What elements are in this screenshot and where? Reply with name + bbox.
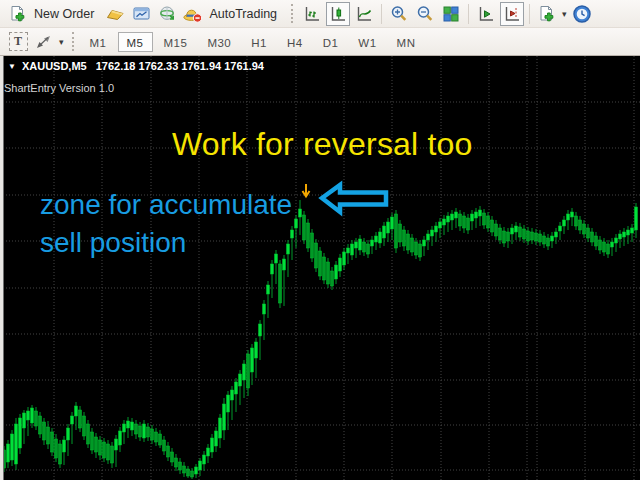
candle-body (591, 232, 594, 242)
timeframe-button-m1[interactable]: M1 (81, 32, 116, 52)
period-clock-button[interactable] (570, 2, 594, 26)
chart-header: ▼ XAUUSD,M5 1762.18 1762.33 1761.94 1761… (8, 60, 264, 72)
candle-body (311, 233, 314, 258)
annotation-blue-text[interactable]: zone for accumulate sell position (40, 186, 292, 262)
candle-body (419, 244, 422, 257)
candle-body (271, 264, 274, 274)
candle-body (507, 232, 510, 241)
candle-body (7, 444, 10, 462)
autotrading-button[interactable] (181, 2, 205, 26)
new-order-label[interactable]: New Order (34, 7, 94, 21)
candle-body (35, 411, 38, 426)
timeframe-button-m5[interactable]: M5 (118, 32, 153, 52)
candle-body (131, 422, 134, 430)
timeframe-button-m30[interactable]: M30 (198, 32, 240, 52)
candle-body (607, 244, 610, 254)
candle-body (331, 271, 334, 286)
candle-body (527, 231, 530, 241)
candle-body (259, 324, 262, 336)
candle-body (635, 207, 638, 230)
timeframe-button-group: M1M5M15M30H1H4D1W1MN (80, 32, 426, 52)
tile-windows-icon (442, 5, 460, 23)
candle-body (51, 432, 54, 452)
candle-body (595, 236, 598, 246)
candle-body (267, 285, 270, 294)
candle-body (411, 238, 414, 252)
candle-body (447, 216, 450, 222)
web-globe-button[interactable] (155, 2, 179, 26)
timeframe-button-mn[interactable]: MN (388, 32, 425, 52)
candle-body (387, 222, 390, 233)
autotrading-label[interactable]: AutoTrading (209, 7, 277, 21)
new-order-button[interactable] (6, 2, 30, 26)
candle-body (383, 226, 386, 238)
candle-body (299, 209, 302, 217)
candle-body (175, 458, 178, 467)
candle-body (339, 258, 342, 271)
candle-body (239, 374, 242, 386)
candlestick-chart[interactable] (0, 56, 640, 480)
symbol-dropdown-icon[interactable]: ▼ (8, 62, 16, 71)
candle-body (395, 214, 398, 248)
candle-body (111, 446, 114, 463)
candle-body (627, 230, 630, 235)
candle-body (119, 431, 122, 445)
new-chart-dropdown-caret[interactable]: ▾ (562, 9, 567, 19)
objects-dropdown-caret[interactable]: ▾ (59, 37, 64, 47)
candle-body (599, 240, 602, 250)
toolbar-drag-handle[interactable] (72, 32, 74, 51)
line-chart-button[interactable] (352, 2, 376, 26)
timeframe-button-d1[interactable]: D1 (314, 32, 348, 52)
arrow-objects-button[interactable] (32, 30, 56, 54)
candle-body (431, 230, 434, 236)
candle-body (499, 228, 502, 240)
candle-body (439, 222, 442, 228)
zoom-in-button[interactable] (387, 2, 411, 26)
candle-body (619, 234, 622, 239)
chart-ohlc-prices: 1762.18 1762.33 1761.94 1761.94 (96, 60, 264, 72)
bar-chart-button[interactable] (300, 2, 324, 26)
candle-body (583, 224, 586, 234)
candle-body (355, 242, 358, 248)
candle-body (27, 411, 30, 420)
chart-shift-icon (503, 5, 521, 23)
candle-body (263, 304, 266, 314)
candle-body (15, 424, 18, 464)
text-label-tool-icon: T (9, 32, 28, 51)
candle-body (371, 240, 374, 246)
text-label-tool-button[interactable]: T (6, 30, 30, 54)
timeframe-button-h4[interactable]: H4 (278, 32, 312, 52)
candle-body (251, 348, 254, 372)
timeframe-button-h1[interactable]: H1 (242, 32, 276, 52)
candle-body (547, 238, 550, 246)
candle-body (215, 431, 218, 446)
annotation-blue-line2: sell position (40, 224, 292, 262)
zoom-out-button[interactable] (413, 2, 437, 26)
tile-windows-button[interactable] (439, 2, 463, 26)
chart-shift-button[interactable] (500, 2, 524, 26)
candlestick-chart-button[interactable] (326, 2, 350, 26)
candle-body (279, 264, 282, 303)
candle-body (555, 232, 558, 237)
candle-body (307, 223, 310, 248)
candle-body (127, 421, 130, 428)
annotation-yellow-text[interactable]: Work for reversal too (172, 126, 473, 163)
candle-body (587, 228, 590, 238)
candle-body (183, 466, 186, 473)
timeframe-button-w1[interactable]: W1 (349, 32, 385, 52)
price-chart-area[interactable]: ▼ XAUUSD,M5 1762.18 1762.33 1761.94 1761… (0, 56, 640, 480)
new-chart-button[interactable] (535, 2, 559, 26)
gold-bar-button[interactable] (103, 2, 127, 26)
candle-body (367, 244, 370, 254)
timeframe-button-m15[interactable]: M15 (155, 32, 197, 52)
auto-scroll-button[interactable] (474, 2, 498, 26)
toolbar-drag-handle[interactable] (291, 4, 293, 23)
candle-body (235, 382, 238, 394)
market-window-button[interactable] (129, 2, 153, 26)
toolbar-separator (529, 4, 530, 24)
candle-body (223, 404, 226, 430)
candle-body (535, 233, 538, 241)
metatrader-window: { "toolbar_main": { "new_order_label": "… (0, 0, 640, 480)
candle-body (603, 242, 606, 252)
toolbar-separator (381, 4, 382, 24)
